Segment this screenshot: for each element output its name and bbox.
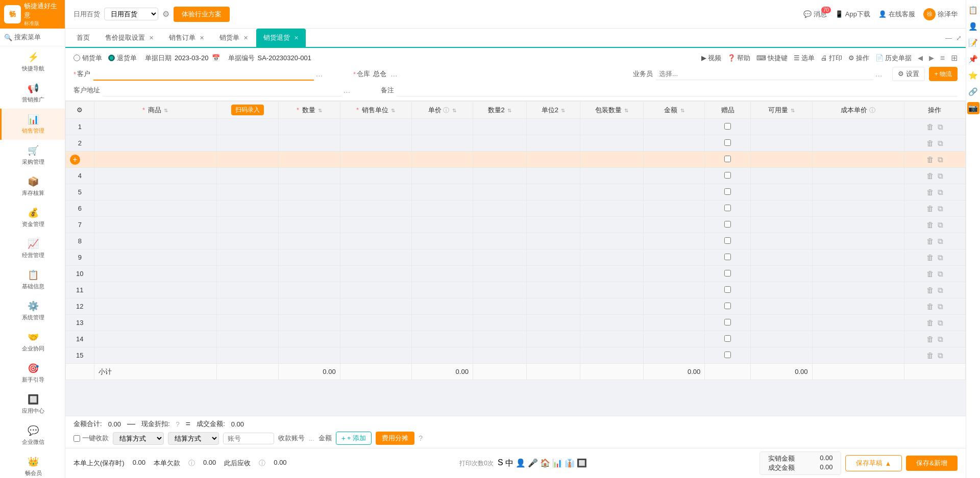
gift-cell[interactable] <box>705 315 751 331</box>
operation-btn[interactable]: ⚙ 操作 <box>848 54 869 63</box>
delete-row-btn[interactable]: 🗑 <box>925 219 935 230</box>
pack-qty-cell[interactable] <box>580 119 644 135</box>
add-row-btn[interactable]: + <box>70 155 80 165</box>
sidebar-item-marketing[interactable]: 📢 营销推广 <box>0 78 65 109</box>
quantity-cell[interactable] <box>279 266 340 282</box>
sales-unit-cell[interactable] <box>340 152 411 168</box>
cost-price-cell[interactable] <box>812 119 904 135</box>
cost-price-cell[interactable] <box>812 200 904 217</box>
settlement-select[interactable]: 结算方式 <box>113 432 164 445</box>
qty2-cell[interactable] <box>473 347 526 364</box>
quantity-cell[interactable] <box>279 184 340 200</box>
customer-dots[interactable]: ... <box>316 69 323 79</box>
sales-unit-cell[interactable] <box>340 217 411 233</box>
unit2-cell[interactable] <box>527 298 580 315</box>
delete-row-btn[interactable]: 🗑 <box>925 170 935 181</box>
unit-price-cell[interactable] <box>411 282 473 298</box>
next-record-btn[interactable]: ▶ <box>929 54 934 62</box>
quantity-cell[interactable] <box>279 282 340 298</box>
product-cell[interactable] <box>94 200 216 217</box>
scan-btn[interactable]: 扫码录入 <box>231 105 264 115</box>
tab-sales-order-close[interactable]: ✕ <box>200 35 204 41</box>
salesperson-dots[interactable]: ... <box>875 69 882 79</box>
cost-price-cell[interactable] <box>812 135 904 152</box>
copy-row-btn[interactable]: ⧉ <box>937 170 944 182</box>
unit2-cell[interactable] <box>527 282 580 298</box>
amount-cell[interactable] <box>644 347 705 364</box>
amount-cell[interactable] <box>644 135 705 152</box>
sales-unit-cell[interactable] <box>340 331 411 347</box>
sidebar-item-sales[interactable]: 📊 销售管理 <box>0 109 65 140</box>
list-view-btn[interactable]: ≡ <box>940 54 945 63</box>
sidebar-item-enterprise[interactable]: 🤝 企业协同 <box>0 326 65 358</box>
sidebar-item-finance[interactable]: 💰 资金管理 <box>0 202 65 233</box>
warehouse-dots[interactable]: ... <box>390 69 397 79</box>
product-cell[interactable] <box>94 331 216 347</box>
tool-icon-6[interactable]: 📊 <box>552 458 562 469</box>
select-order-btn[interactable]: ☰ 选单 <box>794 54 815 63</box>
delete-row-btn[interactable]: 🗑 <box>925 252 935 263</box>
unit-price-cell[interactable] <box>411 347 473 364</box>
one-key-collection-check[interactable]: 一键收款 <box>74 434 109 443</box>
delete-row-btn[interactable]: 🗑 <box>925 236 935 246</box>
product-cell[interactable] <box>94 119 216 135</box>
delete-row-btn[interactable]: 🗑 <box>925 285 935 295</box>
product-cell[interactable] <box>94 233 216 249</box>
tab-home[interactable]: 首页 <box>69 29 97 47</box>
prev-record-btn[interactable]: ◀ <box>918 54 923 62</box>
unit-price-cell[interactable] <box>411 266 473 282</box>
copy-row-btn[interactable]: ⧉ <box>937 138 944 149</box>
grid-view-btn[interactable]: ⊞ <box>951 53 958 63</box>
customer-input[interactable] <box>93 68 314 81</box>
copy-row-btn[interactable]: ⧉ <box>937 203 944 214</box>
sales-unit-cell[interactable] <box>340 184 411 200</box>
unit-price-cell[interactable] <box>411 331 473 347</box>
help-btn[interactable]: ❓ 帮助 <box>727 54 750 63</box>
qty2-cell[interactable] <box>473 233 526 249</box>
cost-price-cell[interactable] <box>812 233 904 249</box>
gift-cell[interactable] <box>705 184 751 200</box>
copy-row-btn[interactable]: ⧉ <box>937 350 944 361</box>
copy-row-btn[interactable]: ⧉ <box>937 334 944 345</box>
calendar-icon[interactable]: 📅 <box>212 54 220 62</box>
tab-sales-delivery[interactable]: 销货单 ✕ <box>212 29 255 47</box>
sidebar-item-system[interactable]: ⚙️ 系统管理 <box>0 295 65 326</box>
tab-sales-return-close[interactable]: ✕ <box>294 35 299 41</box>
qty2-cell[interactable] <box>473 168 526 184</box>
tab-sales-delivery-close[interactable]: ✕ <box>243 35 248 41</box>
right-tool-6[interactable]: 🔗 <box>967 86 979 98</box>
gift-cell[interactable] <box>705 266 751 282</box>
user-profile[interactable]: 徐 徐泽华 <box>923 8 958 20</box>
qty2-cell[interactable] <box>473 298 526 315</box>
right-tool-1[interactable]: 📋 <box>967 4 979 16</box>
quantity-cell[interactable] <box>279 249 340 266</box>
cost-price-cell[interactable] <box>812 152 904 168</box>
quantity-cell[interactable] <box>279 347 340 364</box>
amount-cell[interactable] <box>644 298 705 315</box>
copy-row-btn[interactable]: ⧉ <box>937 219 944 231</box>
cost-price-cell[interactable] <box>812 184 904 200</box>
amount-cell[interactable] <box>644 249 705 266</box>
delete-row-btn[interactable]: 🗑 <box>925 187 935 197</box>
right-tool-7[interactable]: 📷 <box>967 102 979 114</box>
available-cell[interactable] <box>751 168 812 184</box>
save-draft-btn[interactable]: 保存草稿 ▲ <box>845 455 902 471</box>
cost-price-cell[interactable] <box>812 217 904 233</box>
tab-price-setting-close[interactable]: ✕ <box>149 35 154 41</box>
unit-price-cell[interactable] <box>411 184 473 200</box>
tool-icon-1[interactable]: S <box>498 458 503 469</box>
pack-qty-cell[interactable] <box>580 282 644 298</box>
pack-qty-cell[interactable] <box>580 315 644 331</box>
unit2-cell[interactable] <box>527 119 580 135</box>
logistics-btn[interactable]: + 物流 <box>929 67 958 81</box>
product-cell[interactable] <box>94 266 216 282</box>
gift-cell[interactable] <box>705 200 751 217</box>
sales-unit-cell[interactable] <box>340 266 411 282</box>
product-cell[interactable] <box>94 347 216 364</box>
amount-cell[interactable] <box>644 217 705 233</box>
unit2-cell[interactable] <box>527 331 580 347</box>
amount-cell[interactable] <box>644 119 705 135</box>
unit-price-cell[interactable] <box>411 200 473 217</box>
unit-price-cell[interactable] <box>411 315 473 331</box>
tab-sales-return[interactable]: 销货退货 ✕ <box>256 29 306 47</box>
